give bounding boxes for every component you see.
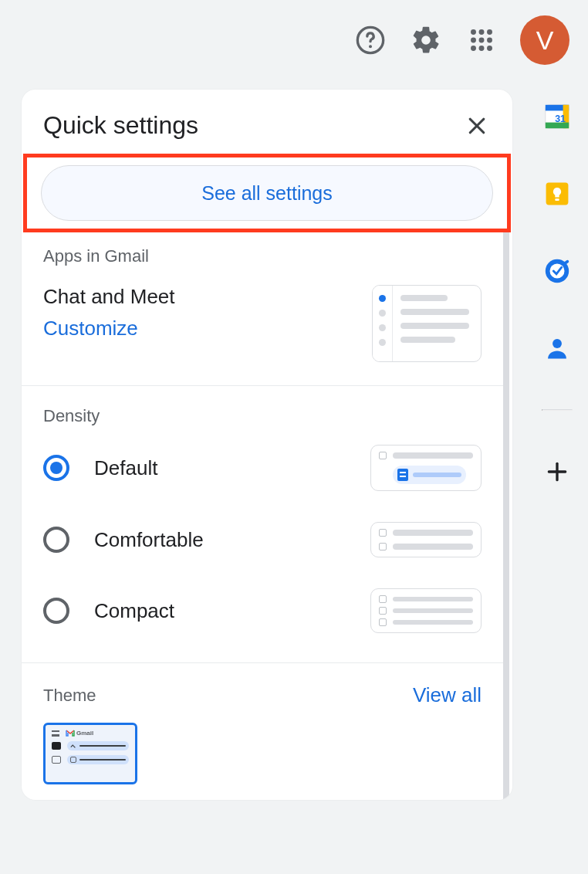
apps-left: Chat and Meet Customize bbox=[43, 285, 175, 340]
radio-icon bbox=[43, 455, 69, 481]
customize-link[interactable]: Customize bbox=[43, 317, 175, 340]
contacts-icon[interactable] bbox=[541, 332, 573, 364]
view-all-link[interactable]: View all bbox=[413, 683, 482, 707]
svg-point-3 bbox=[479, 29, 485, 35]
gmail-logo-icon: Gmail bbox=[66, 730, 93, 737]
radio-icon bbox=[43, 598, 69, 624]
panel-title: Quick settings bbox=[43, 111, 198, 140]
svg-point-20 bbox=[550, 264, 565, 279]
svg-point-7 bbox=[487, 38, 492, 43]
account-avatar[interactable]: V bbox=[520, 15, 569, 65]
svg-point-6 bbox=[479, 38, 485, 43]
density-section-title: Density bbox=[43, 406, 482, 426]
svg-point-21 bbox=[553, 339, 562, 348]
see-all-label: See all settings bbox=[201, 182, 333, 205]
density-thumb-comfortable bbox=[370, 522, 482, 557]
side-panel-rail: 31 bbox=[526, 100, 588, 488]
apps-thumbnail bbox=[372, 285, 482, 362]
quick-settings-panel: Quick settings See all settings Apps in … bbox=[22, 90, 512, 800]
svg-point-2 bbox=[471, 29, 476, 35]
svg-point-8 bbox=[471, 46, 476, 51]
density-option-comfortable[interactable]: Comfortable bbox=[43, 522, 482, 557]
density-option-compact[interactable]: Compact bbox=[43, 588, 482, 633]
calendar-icon[interactable]: 31 bbox=[541, 100, 573, 133]
close-icon[interactable] bbox=[463, 112, 491, 140]
settings-gear-icon[interactable] bbox=[409, 23, 443, 57]
svg-point-1 bbox=[369, 45, 372, 48]
highlight-box: See all settings bbox=[23, 154, 511, 232]
avatar-letter: V bbox=[536, 25, 554, 56]
density-label: Comfortable bbox=[94, 528, 346, 552]
apps-grid-icon[interactable] bbox=[465, 23, 498, 57]
density-label: Compact bbox=[94, 599, 346, 623]
mail-icon bbox=[52, 742, 61, 750]
help-icon[interactable] bbox=[353, 23, 387, 57]
svg-point-5 bbox=[471, 38, 476, 43]
see-all-settings-button[interactable]: See all settings bbox=[41, 165, 493, 221]
chat-meet-label: Chat and Meet bbox=[43, 285, 175, 309]
add-icon[interactable] bbox=[541, 456, 573, 488]
apps-section-title: Apps in Gmail bbox=[43, 246, 482, 266]
gmail-text: Gmail bbox=[76, 730, 93, 737]
top-bar: V bbox=[353, 0, 588, 80]
panel-header: Quick settings bbox=[22, 90, 512, 146]
density-label: Default bbox=[94, 456, 346, 480]
svg-rect-18 bbox=[555, 198, 559, 201]
density-thumb-compact bbox=[370, 588, 482, 633]
density-option-default[interactable]: Default bbox=[43, 445, 482, 491]
keep-icon[interactable] bbox=[541, 178, 573, 210]
tasks-icon[interactable] bbox=[541, 255, 573, 287]
svg-point-9 bbox=[479, 46, 485, 51]
svg-point-10 bbox=[487, 46, 492, 51]
rail-divider bbox=[542, 409, 573, 411]
panel-scroll: Apps in Gmail Chat and Meet Customize bbox=[22, 232, 509, 800]
svg-text:31: 31 bbox=[555, 113, 566, 124]
svg-point-4 bbox=[487, 29, 492, 35]
theme-thumbnail[interactable]: Gmail bbox=[43, 723, 137, 784]
density-section: Density Default Comfortable Com bbox=[22, 385, 503, 662]
hamburger-icon bbox=[52, 730, 59, 737]
apps-section: Apps in Gmail Chat and Meet Customize bbox=[22, 232, 503, 385]
theme-section: Theme View all Gmail bbox=[22, 662, 503, 800]
theme-section-title: Theme bbox=[43, 686, 96, 706]
density-thumb-default bbox=[370, 445, 482, 491]
radio-icon bbox=[43, 527, 69, 553]
chat-icon bbox=[52, 756, 61, 764]
